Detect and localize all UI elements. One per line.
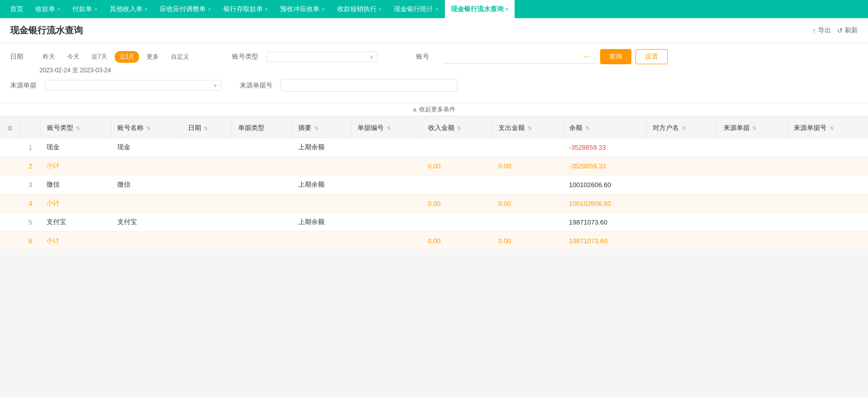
nav-item-payment[interactable]: 付款单 ×: [66, 0, 103, 18]
table-container: ⚙ 账号类型 ⇅ 账号名称 ⇅ 日期 ⇅ 单据类型 摘要 ⇅ 单据编号 ⇅ 收入…: [0, 118, 868, 250]
row-doc-type: [232, 138, 292, 157]
dots-icon[interactable]: ···: [583, 52, 590, 61]
close-icon[interactable]: ×: [379, 6, 382, 12]
nav-item-advance[interactable]: 预收冲应收单 ×: [274, 0, 331, 18]
row-num: 6: [20, 232, 40, 250]
row-doc-no: [351, 175, 422, 194]
row-num: 2: [20, 157, 40, 175]
date-btn-more[interactable]: 更多: [142, 51, 163, 63]
col-source-doc[interactable]: 来源单据 ⇅: [717, 118, 788, 138]
row-income: [422, 213, 492, 232]
nav-item-other-income[interactable]: 其他收入单 ×: [104, 0, 154, 18]
filter-row-source: 来源单据 ∨ 来源单据号: [10, 79, 858, 92]
export-button[interactable]: ↑ 导出: [813, 26, 832, 35]
close-icon[interactable]: ×: [506, 6, 509, 12]
close-icon[interactable]: ×: [145, 6, 148, 12]
col-account-name[interactable]: 账号名称 ⇅: [111, 118, 182, 138]
filter-row-date: 日期 昨天 今天 近7天 近1月 更多 自定义 账号类型 ∨ 账号 ··· 查询…: [10, 49, 858, 64]
row-doc-type: [232, 194, 292, 213]
source-doc-select[interactable]: ∨: [44, 80, 221, 91]
date-btn-today[interactable]: 今天: [63, 51, 84, 63]
sort-icon: ⇅: [147, 125, 151, 131]
close-icon[interactable]: ×: [94, 6, 97, 12]
row-date: [181, 194, 232, 213]
col-expense[interactable]: 支出金额 ⇅: [492, 118, 563, 138]
row-num: 4: [20, 194, 40, 213]
row-account-name: 微信: [111, 175, 182, 194]
row-summary: 上期余额: [292, 175, 351, 194]
sort-icon: ⇅: [204, 125, 208, 131]
col-summary[interactable]: 摘要 ⇅: [292, 118, 351, 138]
col-doc-no[interactable]: 单据编号 ⇅: [351, 118, 422, 138]
close-icon[interactable]: ×: [322, 6, 325, 12]
nav-item-verify[interactable]: 收款核销执行 ×: [331, 0, 388, 18]
close-icon[interactable]: ×: [57, 6, 60, 12]
row-source-doc: [717, 157, 788, 175]
row-income: [422, 138, 492, 157]
date-btn-7days[interactable]: 近7天: [87, 51, 112, 63]
nav-item-stats[interactable]: 现金银行统计 ×: [388, 0, 444, 18]
sort-icon: ⇅: [314, 125, 318, 131]
nav-item-home[interactable]: 首页: [4, 0, 29, 18]
col-balance[interactable]: 余额 ⇅: [563, 118, 647, 138]
account-row: ··· 查询 设置: [444, 49, 858, 64]
nav-item-bank-deposit[interactable]: 银行存取款单 ×: [217, 0, 274, 18]
row-account-name: [111, 194, 182, 213]
col-source-doc-no[interactable]: 来源单据号 ⇅: [788, 118, 868, 138]
row-income: [422, 175, 492, 194]
row-source-doc: [717, 213, 788, 232]
row-doc-type: [232, 175, 292, 194]
col-num: [20, 118, 40, 138]
table-body: 1 现金 现金 上期余额 -3528659.33 2 小计 0.00 0.00 …: [0, 138, 868, 250]
col-settings[interactable]: ⚙: [0, 118, 20, 138]
account-type-select[interactable]: ∨: [266, 52, 378, 62]
sort-icon: ⇅: [682, 125, 686, 131]
top-navigation: 首页 收款单 × 付款单 × 其他收入单 × 应收应付调整单 × 银行存取款单 …: [0, 0, 868, 18]
row-account-type: 支付宝: [40, 213, 111, 232]
query-button[interactable]: 查询: [600, 49, 631, 64]
close-icon[interactable]: ×: [435, 6, 438, 12]
gear-icon[interactable]: ⚙: [7, 124, 13, 132]
collapse-bar[interactable]: ∧ 收起更多条件: [0, 103, 868, 116]
row-expense: [492, 175, 563, 194]
row-expense: 0.00: [492, 157, 563, 175]
row-balance: 100102606.60: [563, 175, 647, 194]
date-btn-custom[interactable]: 自定义: [166, 51, 194, 63]
nav-item-adjustment[interactable]: 应收应付调整单 ×: [154, 0, 217, 18]
row-date: [181, 175, 232, 194]
page-header: 现金银行流水查询 ↑ 导出 ↺ 刷新: [0, 18, 868, 43]
export-icon: ↑: [813, 27, 816, 34]
sort-icon: ⇅: [528, 125, 532, 131]
row-account-type: 小计: [40, 194, 111, 213]
col-income[interactable]: 收入金额 ⇅: [422, 118, 492, 138]
row-source-doc-no: [788, 175, 868, 194]
date-btn-1month[interactable]: 近1月: [115, 51, 140, 63]
row-balance: 19871073.60: [563, 213, 647, 232]
refresh-button[interactable]: ↺ 刷新: [837, 26, 858, 35]
account-input[interactable]: ···: [444, 50, 596, 64]
nav-item-flow-query[interactable]: 现金银行流水查询 ×: [445, 0, 515, 18]
row-summary: [292, 232, 351, 250]
col-date[interactable]: 日期 ⇅: [181, 118, 232, 138]
date-label: 日期: [10, 52, 30, 61]
close-icon[interactable]: ×: [208, 6, 211, 12]
source-doc-no-input[interactable]: [281, 79, 458, 92]
row-expense: [492, 213, 563, 232]
date-btn-yesterday[interactable]: 昨天: [38, 51, 60, 63]
nav-item-receipt[interactable]: 收款单 ×: [29, 0, 66, 18]
col-counterpart[interactable]: 对方户名 ⇅: [647, 118, 717, 138]
row-summary: 上期余额: [292, 138, 351, 157]
col-account-type[interactable]: 账号类型 ⇅: [40, 118, 111, 138]
settings-button[interactable]: 设置: [635, 49, 668, 64]
account-label: 账号: [416, 52, 436, 61]
row-settings-cell: [0, 194, 20, 213]
row-balance: -3528659.33: [563, 138, 647, 157]
row-settings-cell: [0, 138, 20, 157]
row-doc-no: [351, 194, 422, 213]
row-num: 3: [20, 175, 40, 194]
date-range-text: 2023-02-24 至 2023-03-24: [39, 67, 111, 74]
close-icon[interactable]: ×: [265, 6, 268, 12]
row-expense: 0.00: [492, 194, 563, 213]
sort-icon: ⇅: [585, 125, 589, 131]
row-expense: [492, 138, 563, 157]
